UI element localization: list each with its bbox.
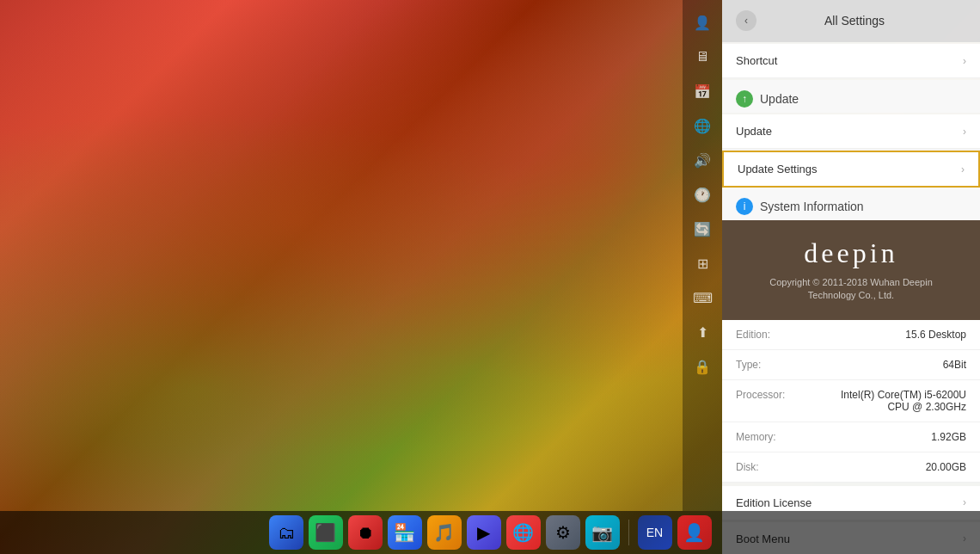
edition-label: Edition: bbox=[736, 329, 770, 341]
chevron-right-icon: › bbox=[963, 55, 966, 67]
type-label: Type: bbox=[736, 359, 761, 371]
shortcut-label: Shortcut bbox=[736, 54, 777, 67]
disk-value: 20.00GB bbox=[926, 461, 966, 473]
lock-icon[interactable]: 🔒 bbox=[687, 351, 718, 382]
upload-icon[interactable]: ⬆ bbox=[687, 317, 718, 348]
settings-header: ‹ All Settings bbox=[722, 0, 980, 42]
video-app[interactable]: ▶ bbox=[467, 515, 501, 550]
taskbar: 🗂 ⬛ ⏺ 🏪 🎵 ▶ 🌐 ⚙ 📷 EN 👤 bbox=[0, 511, 980, 554]
settings-panel: ‹ All Settings Shortcut › ↑ Update Updat… bbox=[722, 0, 980, 554]
person-icon[interactable]: 👤 bbox=[687, 7, 718, 38]
memory-label: Memory: bbox=[736, 431, 776, 443]
settings-app[interactable]: ⚙ bbox=[546, 515, 580, 550]
globe-icon[interactable]: 🌐 bbox=[687, 110, 718, 141]
deepin-logo: deepin bbox=[736, 237, 966, 269]
store-app[interactable]: 🏪 bbox=[388, 515, 422, 550]
edition-row: Edition: 15.6 Desktop bbox=[722, 320, 980, 350]
settings-title: All Settings bbox=[763, 14, 946, 28]
back-button[interactable]: ‹ bbox=[736, 10, 756, 31]
browser-app[interactable]: 🌐 bbox=[506, 515, 541, 550]
processor-row: Processor: Intel(R) Core(TM) i5-6200UCPU… bbox=[722, 380, 980, 422]
user-app[interactable]: 👤 bbox=[677, 515, 712, 550]
update-settings-label: Update Settings bbox=[738, 163, 818, 175]
sync-icon[interactable]: 🔄 bbox=[687, 213, 718, 244]
system-info-section-title: System Information bbox=[760, 200, 864, 213]
settings-sidebar: 👤 🖥 📅 🌐 🔊 🕐 🔄 ⊞ ⌨ ⬆ 🔒 bbox=[683, 0, 722, 511]
edition-value: 15.6 Desktop bbox=[905, 329, 966, 341]
chevron-right-icon: › bbox=[963, 126, 966, 138]
taskbar-separator bbox=[628, 520, 629, 545]
type-value: 64Bit bbox=[943, 359, 966, 371]
volume-icon[interactable]: 🔊 bbox=[687, 145, 718, 175]
display-icon[interactable]: 🖥 bbox=[687, 41, 718, 72]
media-app[interactable]: ⬛ bbox=[309, 515, 343, 550]
update-section-title: Update bbox=[760, 92, 799, 106]
type-row: Type: 64Bit bbox=[722, 350, 980, 380]
info-icon-symbol: i bbox=[744, 200, 746, 212]
chevron-right-icon: › bbox=[961, 163, 965, 175]
disk-label: Disk: bbox=[736, 461, 759, 473]
update-icon-symbol: ↑ bbox=[742, 93, 747, 105]
flag-app[interactable]: EN bbox=[638, 515, 672, 550]
system-info-section-icon: i bbox=[736, 198, 753, 215]
edition-license-label: Edition License bbox=[736, 496, 812, 509]
chevron-right-icon: › bbox=[963, 496, 966, 508]
disk-row: Disk: 20.00GB bbox=[722, 452, 980, 483]
update-section-icon: ↑ bbox=[736, 90, 753, 108]
memory-row: Memory: 1.92GB bbox=[722, 422, 980, 452]
system-info-section-header: i System Information bbox=[722, 188, 980, 220]
system-info-card: deepin Copyright © 2011-2018 Wuhan Deepi… bbox=[722, 220, 980, 320]
record-app[interactable]: ⏺ bbox=[348, 515, 383, 550]
apps-icon[interactable]: ⊞ bbox=[687, 248, 718, 279]
processor-value: Intel(R) Core(TM) i5-6200UCPU @ 2.30GHz bbox=[841, 389, 966, 413]
deepin-copyright: Copyright © 2011-2018 Wuhan DeepinTechno… bbox=[736, 276, 966, 303]
keyboard-icon[interactable]: ⌨ bbox=[687, 282, 718, 313]
clock-icon[interactable]: 🕐 bbox=[687, 179, 718, 210]
files-app[interactable]: 🗂 bbox=[269, 515, 303, 550]
shortcut-item[interactable]: Shortcut › bbox=[722, 44, 980, 78]
update-section-header: ↑ Update bbox=[722, 80, 980, 113]
update-item[interactable]: Update › bbox=[722, 114, 980, 149]
music-app[interactable]: 🎵 bbox=[427, 515, 462, 550]
update-settings-item[interactable]: Update Settings › bbox=[722, 151, 980, 188]
memory-value: 1.92GB bbox=[931, 431, 966, 443]
calendar-icon[interactable]: 📅 bbox=[687, 76, 718, 107]
processor-label: Processor: bbox=[736, 389, 785, 413]
update-label: Update bbox=[736, 125, 772, 138]
screenshot-app[interactable]: 📷 bbox=[585, 515, 620, 550]
